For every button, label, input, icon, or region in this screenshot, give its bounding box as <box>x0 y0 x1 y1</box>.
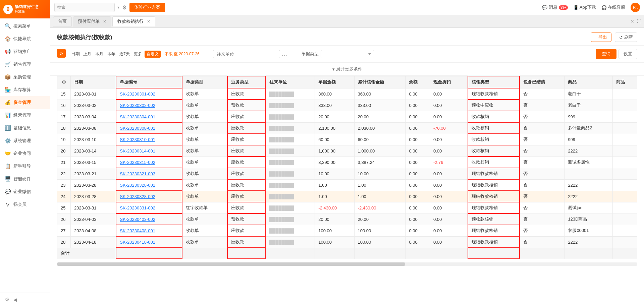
doc-type-select[interactable]: 收款单 红字收款单 <box>321 50 374 58</box>
sidebar-item-经营管理[interactable]: 📊经营管理 <box>0 109 50 122</box>
cell-doc-no-3[interactable]: SK-20230308-001 <box>116 122 182 134</box>
cell-cash-discount-4: 0.00 <box>430 134 468 145</box>
tabbar: 首页 预付应付单 ✕ 收款核销执行 ✕ ✕ ⛶ <box>50 15 644 28</box>
cell-balance-5: 0.00 <box>406 145 430 157</box>
cell-partner-10: ████████ <box>266 202 315 213</box>
solution-button[interactable]: 体验行业方案 <box>129 3 165 12</box>
table-row[interactable]: 23 2023-03-28 SK-20230328-001 收款单 应收款 ██… <box>57 179 637 191</box>
close-tab-icon[interactable]: ✕ <box>631 19 634 24</box>
doc-type-filter-group: 单据类型 收款单 红字收款单 <box>301 50 374 58</box>
cell-doc-no-11[interactable]: SK-20230403-002 <box>116 213 182 225</box>
messages-button[interactable]: 💬 消息 99+ <box>542 4 568 10</box>
filter-toggle-button[interactable]: » <box>57 49 66 58</box>
sidebar-item-企业协同[interactable]: 🤝企业协同 <box>0 147 50 160</box>
sidebar-item-基础信息[interactable]: ℹ️基础信息 <box>0 122 50 134</box>
table-row[interactable]: 26 2023-04-03 SK-20230403-002 收款单 预收款 ██… <box>57 213 637 225</box>
sidebar-item-新手引导[interactable]: 📋新手引导 <box>0 160 50 173</box>
sidebar: 6 畅销道好生意 标准版 🔍搜索菜单🏠快捷导航📢营销推广🛒销售管理📦采购管理🏪库… <box>0 0 50 306</box>
cell-doc-no-8[interactable]: SK-20230328-001 <box>116 179 182 191</box>
write-off-tab-label: 收款核销执行 <box>117 18 144 24</box>
partner-input[interactable] <box>213 50 280 58</box>
tab-write-off[interactable]: 收款核销执行 ✕ <box>112 16 155 26</box>
cell-doc-type-7: 收款单 <box>182 168 227 179</box>
cell-num-5: 20 <box>57 145 71 157</box>
tab-write-off-close[interactable]: ✕ <box>147 19 150 24</box>
th-settings[interactable]: ⚙ <box>57 76 71 88</box>
more-date-link[interactable]: 更多 <box>132 51 143 58</box>
horizontal-scrollbar[interactable] <box>57 262 637 266</box>
sidebar-item-营销推广[interactable]: 📢营销推广 <box>0 45 50 58</box>
table-row[interactable]: 17 2023-03-04 SK-20230304-001 收款单 应收款 ██… <box>57 111 637 122</box>
export-button[interactable]: ↑ 导出 <box>591 33 612 42</box>
sidebar-item-搜索菜单[interactable]: 🔍搜索菜单 <box>0 20 50 33</box>
cell-num-11: 26 <box>57 213 71 225</box>
query-button[interactable]: 查询 <box>596 49 616 59</box>
gear-icon[interactable]: ⚙ <box>122 4 127 11</box>
user-avatar[interactable]: Rit <box>631 3 640 12</box>
maximize-icon[interactable]: ⛶ <box>637 19 641 24</box>
table-row[interactable]: 18 2023-03-08 SK-20230308-001 收款单 应收款 ██… <box>57 122 637 134</box>
table-row[interactable]: 24 2023-03-28 SK-20230328-002 收款单 应收款 ██… <box>57 191 637 202</box>
sidebar-item-畅会员[interactable]: V畅会员 <box>0 198 50 211</box>
tab-payable[interactable]: 预付应付单 ✕ <box>73 16 111 26</box>
cell-doc-no-4[interactable]: SK-20230310-001 <box>116 134 182 145</box>
cell-doc-no-2[interactable]: SK-20230304-001 <box>116 111 182 122</box>
table-row[interactable]: 19 2023-03-10 SK-20230310-001 收款单 应收款 ██… <box>57 134 637 145</box>
table-row[interactable]: 20 2023-03-14 SK-20230314-001 收款单 应收款 ██… <box>57 145 637 157</box>
logo-icon: 6 <box>3 5 13 14</box>
custom-date-link[interactable]: 自定义 <box>145 51 161 58</box>
cell-doc-no-1[interactable]: SK-20230302-002 <box>116 100 182 111</box>
cell-num-7: 22 <box>57 168 71 179</box>
sidebar-item-采购管理[interactable]: 📦采购管理 <box>0 71 50 83</box>
scroll-thumb[interactable] <box>57 262 405 266</box>
last-month-link[interactable]: 上月 <box>82 51 93 58</box>
cell-doc-no-9[interactable]: SK-20230328-002 <box>116 191 182 202</box>
cell-amount-6: 3,390.00 <box>315 157 354 168</box>
refresh-button[interactable]: ↺ 刷新 <box>615 33 637 42</box>
cell-doc-no-6[interactable]: SK-20230315-002 <box>116 157 182 168</box>
cell-doc-no-10[interactable]: SK-20230331-002 <box>116 202 182 213</box>
sidebar-item-销售管理[interactable]: 🛒销售管理 <box>0 58 50 71</box>
filter-settings-button[interactable]: 设置 <box>619 49 637 59</box>
this-month-link[interactable]: 本月 <box>94 51 105 58</box>
sidebar-item-库存核算[interactable]: 🏪库存核算 <box>0 83 50 96</box>
cell-doc-no-13[interactable]: SK-20230418-001 <box>116 236 182 248</box>
table-row[interactable]: 25 2023-03-31 SK-20230331-002 红字收款单 应收款 … <box>57 202 637 213</box>
expand-more-button[interactable]: ▾ 展开更多条件 <box>332 65 362 73</box>
table-row[interactable]: 15 2023-03-01 SK-20230301-002 收款单 应收款 ██… <box>57 88 637 100</box>
partner-dots: ... <box>282 52 288 57</box>
collapse-icon[interactable]: ◀ <box>13 297 17 302</box>
table-row[interactable]: 22 2023-03-21 SK-20230321-003 收款单 应收款 ██… <box>57 168 637 179</box>
online-service-link[interactable]: 🎧 在线客服 <box>601 4 625 10</box>
global-search-input[interactable] <box>54 3 115 12</box>
cell-written-off-4: 60.00 <box>354 134 406 145</box>
footer-cash-discount <box>430 248 468 259</box>
cell-include-settled-11: 否 <box>520 213 565 225</box>
cell-doc-no-7[interactable]: SK-20230321-003 <box>116 168 182 179</box>
sidebar-item-企业微信[interactable]: 💬企业微信 <box>0 185 50 198</box>
column-settings-icon[interactable]: ⚙ <box>62 79 66 85</box>
table-row[interactable]: 28 2023-04-18 SK-20230418-001 收款单 应收款 ██… <box>57 236 637 248</box>
sidebar-icon-8: ℹ️ <box>5 125 11 131</box>
sidebar-item-智能硬件[interactable]: 🖥️智能硬件 <box>0 173 50 185</box>
cell-doc-no-0[interactable]: SK-20230301-002 <box>116 88 182 100</box>
cell-cash-discount-0: 0.00 <box>430 88 468 100</box>
sidebar-item-资金管理[interactable]: 💰资金管理 <box>0 96 50 109</box>
cell-cash-discount-1: 0.00 <box>430 100 468 111</box>
sidebar-item-快捷导航[interactable]: 🏠快捷导航 <box>0 33 50 45</box>
table-row[interactable]: 16 2023-03-02 SK-20230302-002 收款单 预收款 ██… <box>57 100 637 111</box>
last-7days-link[interactable]: 近7天 <box>118 51 131 58</box>
table-row[interactable]: 27 2023-04-08 SK-20230408-001 收款单 应收款 ██… <box>57 225 637 236</box>
table-row[interactable]: 21 2023-03-15 SK-20230315-002 收款单 应收款 ██… <box>57 157 637 168</box>
cell-doc-no-5[interactable]: SK-20230314-001 <box>116 145 182 157</box>
cell-write-off-type-7: 现结收款核销 <box>468 168 520 179</box>
settings-footer-icon[interactable]: ⚙ <box>5 296 9 303</box>
this-year-link[interactable]: 本年 <box>106 51 117 58</box>
cell-doc-no-12[interactable]: SK-20230408-001 <box>116 225 182 236</box>
cell-goods2-6 <box>613 157 637 168</box>
tab-home[interactable]: 首页 <box>53 16 72 26</box>
app-download-link[interactable]: 📱 App下载 <box>573 4 596 10</box>
sidebar-item-系统管理[interactable]: ⚙️系统管理 <box>0 134 50 147</box>
tab-payable-close[interactable]: ✕ <box>103 19 106 24</box>
cell-partner-4: ████████ <box>266 134 315 145</box>
